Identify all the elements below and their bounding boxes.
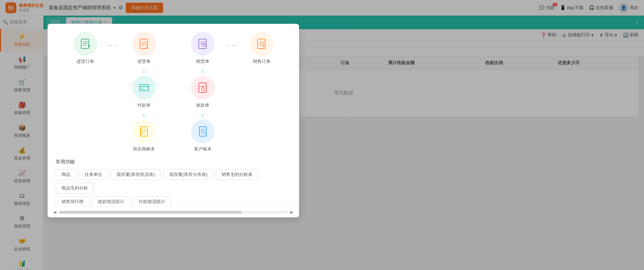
purchase-order-icon (73, 32, 97, 56)
flow-row-2b: 付款单 收款单 (56, 76, 291, 108)
scroll-left-arrow[interactable]: ◀ (53, 210, 56, 215)
svg-point-22 (202, 88, 204, 90)
common-section-title: 常用功能 (56, 159, 291, 165)
common-btn-付款情况统计[interactable]: 付款情况统计 (133, 196, 171, 206)
modal-inner: 进货订单 - - - → 进货单 (48, 24, 299, 206)
flow-row-1: 进货订单 - - - → 进货单 (56, 32, 291, 65)
svg-rect-4 (140, 39, 147, 49)
arrow-4-3: ← - - - (225, 41, 239, 49)
common-btns-row1: 商品往来单位现存量(库存状况表)现存量(库存分布表)销售毛利分析表商品毛利分析 (56, 169, 291, 194)
common-btn-现存量(库存状况表)[interactable]: 现存量(库存状况表) (111, 169, 161, 180)
supplier-ledger-label: 供应商账本 (133, 146, 155, 152)
flow-node-supplier-ledger[interactable]: 供应商账本 (115, 120, 173, 152)
common-btn-销售排行榜[interactable]: 销售排行榜 (56, 196, 89, 206)
supplier-ledger-icon (132, 120, 156, 143)
sales-bill-icon (191, 32, 215, 56)
receipt-icon (191, 76, 215, 100)
svg-rect-24 (140, 127, 141, 136)
flow-node-customer-ledger[interactable]: 客户账本 (173, 120, 232, 152)
svg-rect-19 (141, 88, 143, 89)
svg-rect-28 (199, 127, 206, 136)
sales-order-label: 销售订单 (253, 58, 271, 65)
common-btn-商品毛利分析[interactable]: 商品毛利分析 (56, 183, 94, 194)
payment-icon (132, 76, 156, 100)
scrollbar-track[interactable] (59, 211, 288, 214)
svg-rect-17 (140, 85, 149, 91)
flow-node-receipt[interactable]: 收款单 (173, 76, 232, 108)
common-btn-销售毛利分析表[interactable]: 销售毛利分析表 (216, 169, 258, 180)
svg-rect-8 (199, 39, 206, 49)
flow-node-sales-bill[interactable]: 销货单 (173, 32, 232, 65)
arrow-down-sales-bill: ↓ (201, 67, 204, 74)
flow-node-sales-order[interactable]: 销售订单 (232, 32, 291, 65)
common-functions-section: 常用功能 商品往来单位现存量(库存状况表)现存量(库存分布表)销售毛利分析表商品… (56, 159, 291, 206)
arrow-down-receipt: ↓ (201, 111, 204, 118)
purchase-order-label: 进货订单 (76, 58, 94, 65)
scrollbar-thumb (59, 211, 242, 214)
svg-rect-13 (258, 39, 265, 49)
arrow-down-payment: ↓ (142, 111, 145, 118)
purchase-bill-label: 进货单 (137, 58, 151, 65)
common-btn-往来单位[interactable]: 往来单位 (79, 169, 108, 180)
modal-scrollbar: ◀ ▶ (48, 206, 299, 217)
customer-ledger-label: 客户账本 (194, 146, 212, 152)
sales-order-icon (250, 32, 274, 56)
sales-bill-label: 销货单 (196, 58, 209, 65)
svg-point-12 (203, 44, 206, 47)
flow-col3-down: ↓ (173, 66, 232, 76)
receipt-label: 收款单 (196, 102, 209, 108)
payment-label: 付款单 (137, 102, 151, 108)
flow-node-purchase-bill[interactable]: 进货单 (115, 32, 173, 65)
flow-col2-down: ↓ (115, 66, 173, 76)
customer-ledger-icon (191, 120, 215, 143)
svg-rect-23 (141, 127, 147, 136)
app-wrapper: 畅 畅康通好生意 标准版 装备及固定资产辅助管理系统 ▾ ⚙ 体验行业方案 💬 … (0, 0, 644, 270)
flow-col2-down2: ↓ (115, 110, 173, 120)
common-btn-现存量(库存分布表)[interactable]: 现存量(库存分布表) (163, 169, 213, 180)
common-btn-收款情况统计[interactable]: 收款情况统计 (92, 196, 130, 206)
arrow-1-2: - - - → (108, 41, 121, 49)
common-btns-row2: 销售排行榜收款情况统计付款情况统计 (56, 196, 291, 206)
scroll-right-arrow[interactable]: ▶ (290, 210, 294, 215)
flow-row-2: ↓ ↓ (56, 66, 291, 76)
arrow-down-purchase-bill: ↓ (142, 67, 145, 74)
quick-nav-modal: 进货订单 - - - → 进货单 (48, 24, 299, 217)
purchase-bill-icon (132, 32, 156, 56)
flow-node-purchase-order[interactable]: 进货订单 (56, 32, 115, 65)
common-btn-商品[interactable]: 商品 (56, 169, 76, 180)
flow-col3-down2: ↓ (173, 110, 232, 120)
svg-rect-0 (81, 39, 89, 49)
flow-row-3a: ↓ ↓ (56, 110, 291, 120)
flow-row-3b: 供应商账本 客户账本 (56, 120, 291, 152)
modal-overlay[interactable]: 进货订单 - - - → 进货单 (0, 0, 644, 270)
flow-node-payment[interactable]: 付款单 (115, 76, 173, 108)
